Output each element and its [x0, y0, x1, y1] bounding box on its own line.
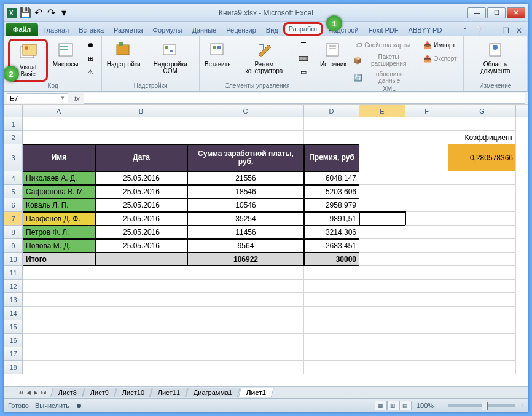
macro-record-icon[interactable]: ⏺ — [76, 402, 82, 409]
tab-abbyy[interactable]: ABBYY PD — [404, 24, 447, 36]
coef-value[interactable]: 0,280578366 — [448, 144, 516, 171]
row-header[interactable]: 15 — [4, 320, 23, 334]
sheet-tab-active[interactable]: Лист1 — [238, 388, 274, 397]
row-header[interactable]: 13 — [4, 293, 23, 307]
row-header[interactable]: 7 — [4, 212, 23, 226]
close-button[interactable]: ✕ — [507, 7, 525, 18]
row-header[interactable]: 12 — [4, 280, 23, 293]
sheet-next-icon[interactable]: ▶ — [33, 390, 39, 396]
tab-developer[interactable]: Разработ — [283, 22, 323, 36]
row-header[interactable]: 5 — [4, 185, 23, 198]
col-header-B[interactable]: B — [95, 105, 187, 117]
sheet-first-icon[interactable]: ⏮ — [17, 390, 25, 396]
tab-data[interactable]: Данные — [187, 24, 221, 36]
name-box[interactable]: E7▼ — [7, 93, 68, 103]
macro-security-button[interactable]: ⚠ — [83, 66, 98, 78]
row-header[interactable]: 2 — [4, 131, 23, 144]
view-layout-icon[interactable]: ▥ — [387, 401, 399, 410]
zoom-in-icon[interactable]: + — [520, 402, 524, 409]
sheet-tab[interactable]: Диаграмма1 — [186, 388, 240, 397]
row-header[interactable]: 1 — [4, 117, 23, 131]
row-header[interactable]: 6 — [4, 198, 23, 212]
qat-dropdown-icon[interactable]: ▾ — [58, 7, 69, 18]
row-header[interactable]: 11 — [4, 266, 23, 280]
active-cell[interactable] — [359, 212, 405, 226]
sheet-last-icon[interactable]: ⏭ — [40, 390, 48, 396]
sheet-prev-icon[interactable]: ◀ — [25, 390, 32, 396]
xml-import-button[interactable]: 📥Импорт — [420, 39, 460, 51]
code-icon: ⌨ — [299, 53, 308, 63]
select-all-corner[interactable] — [4, 105, 23, 117]
view-code-button[interactable]: ⌨ — [296, 52, 311, 65]
sheet-tab[interactable]: Лист8 — [50, 388, 85, 397]
workbook-restore-icon[interactable]: ❐ — [501, 26, 510, 36]
doc-panel-button[interactable]: Область документа — [467, 39, 523, 76]
row-header[interactable]: 4 — [4, 171, 23, 185]
row-header[interactable]: 17 — [4, 347, 23, 361]
hdr-sum[interactable]: Сумма заработной платы, руб. — [187, 144, 304, 171]
col-header-C[interactable]: C — [187, 105, 304, 117]
tab-file[interactable]: Файл — [6, 23, 38, 36]
minimize-button[interactable]: — — [467, 7, 486, 18]
view-buttons: ▦ ▥ ▤ — [375, 401, 412, 410]
sheet-tab[interactable]: Лист9 — [82, 388, 117, 397]
design-mode-button[interactable]: Режим конструктора — [235, 39, 292, 76]
xml-export-button[interactable]: 📤Экспорт — [420, 52, 460, 65]
row-header[interactable]: 10 — [4, 253, 23, 266]
zoom-level[interactable]: 100% — [417, 402, 434, 409]
save-icon[interactable]: 💾 — [20, 7, 31, 18]
hdr-bonus[interactable]: Премия, руб — [304, 144, 359, 171]
xml-source-button[interactable]: Источник — [319, 39, 347, 69]
tab-foxit[interactable]: Foxit PDF — [364, 24, 404, 36]
record-macro-button[interactable]: ⏺ — [83, 39, 98, 51]
relative-refs-button[interactable]: ⊞ — [83, 52, 98, 65]
row-header[interactable]: 3 — [4, 144, 23, 171]
zoom-out-icon[interactable]: − — [439, 402, 442, 409]
tab-view[interactable]: Вид — [261, 24, 283, 36]
col-header-E[interactable]: E — [359, 105, 405, 117]
workbook-minimize-icon[interactable]: — — [487, 26, 497, 36]
formula-input[interactable] — [84, 93, 525, 104]
row-header[interactable]: 18 — [4, 361, 23, 374]
namebox-dropdown-icon[interactable]: ▼ — [60, 95, 65, 101]
run-dialog-button[interactable]: ▭ — [296, 66, 311, 78]
tab-insert[interactable]: Вставка — [74, 24, 109, 36]
col-header-D[interactable]: D — [304, 105, 359, 117]
addins-button[interactable]: Надстройки — [106, 39, 141, 69]
insert-control-button[interactable]: Вставить — [203, 39, 232, 69]
col-header-F[interactable]: F — [405, 105, 448, 117]
redo-icon[interactable]: ↷ — [45, 7, 57, 18]
maximize-button[interactable]: ☐ — [487, 7, 506, 18]
tab-home[interactable]: Главная — [38, 24, 74, 36]
row-header[interactable]: 16 — [4, 334, 23, 347]
sheet-tab[interactable]: Лист10 — [114, 388, 152, 397]
fx-icon[interactable]: fx — [71, 95, 84, 102]
tab-review[interactable]: Рецензир — [221, 24, 261, 36]
hdr-name[interactable]: Имя — [23, 144, 95, 171]
ribbon-minimize-icon[interactable]: ⌃ — [460, 26, 470, 36]
com-addins-button[interactable]: Надстройки COM — [145, 39, 195, 76]
macros-button[interactable]: Макросы — [52, 39, 79, 69]
row-header[interactable]: 8 — [4, 226, 23, 239]
expansion-packs-button[interactable]: 📦Пакеты расширения — [351, 52, 417, 68]
undo-icon[interactable]: ↶ — [33, 7, 44, 18]
refresh-data-button[interactable]: 🔄обновить данные — [351, 69, 417, 85]
map-props-button[interactable]: 🏷Свойства карты — [351, 39, 417, 51]
col-header-A[interactable]: A — [23, 105, 95, 117]
tab-layout[interactable]: Разметка — [109, 24, 148, 36]
row-header[interactable]: 14 — [4, 307, 23, 320]
workbook-close-icon[interactable]: ✕ — [514, 26, 524, 36]
row-header[interactable]: 9 — [4, 239, 23, 253]
tab-formulas[interactable]: Формулы — [148, 24, 187, 36]
view-normal-icon[interactable]: ▦ — [375, 401, 387, 410]
coef-label[interactable]: Коэффициент — [448, 131, 516, 144]
col-header-G[interactable]: G — [448, 105, 516, 117]
svg-rect-3 — [23, 44, 36, 55]
sheet-tab[interactable]: Лист11 — [150, 388, 188, 397]
view-pagebreak-icon[interactable]: ▤ — [399, 401, 412, 410]
group-modify-label: Изменение — [467, 82, 523, 90]
zoom-slider[interactable] — [448, 404, 515, 407]
properties-button[interactable]: ☰ — [296, 39, 311, 51]
help-icon[interactable]: ❔ — [474, 26, 483, 36]
hdr-date[interactable]: Дата — [95, 144, 187, 171]
